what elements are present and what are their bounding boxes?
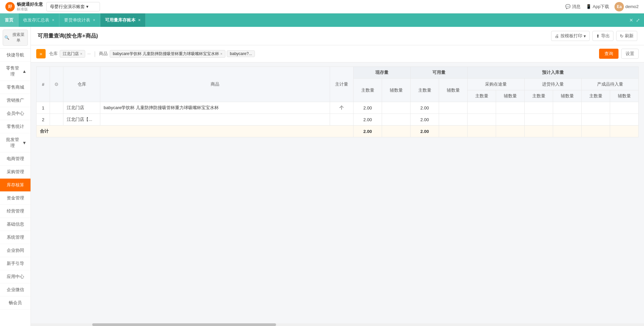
user-profile[interactable]: Ea demo2 <box>614 2 639 11</box>
sidebar-item-quick-nav[interactable]: 快捷导航 <box>0 49 31 62</box>
filter-divider: | <box>94 50 96 57</box>
main-layout: 🔍 搜索菜单 快捷导航 零售管理 ▲ 零售商城 营销推广 会员中心 零售统计 批… <box>0 27 644 326</box>
col-available-group: 可用量 <box>411 67 468 79</box>
tab-close-receive-summary[interactable]: × <box>52 18 54 22</box>
cell-avail-aux-1 <box>439 102 468 114</box>
sidebar-item-app-center[interactable]: 应用中心 <box>0 270 31 283</box>
sidebar-item-vip-member[interactable]: 畅会员 <box>0 296 31 310</box>
sidebar-item-enterprise-wechat[interactable]: 企业微信 <box>0 283 31 296</box>
tab-order-stats[interactable]: 要货单统计表 × <box>59 13 100 27</box>
product-label: 商品 <box>99 51 108 57</box>
message-icon: 💬 <box>565 4 571 9</box>
sidebar-item-marketing[interactable]: 营销推广 <box>0 94 31 107</box>
col-rownum: # <box>37 67 50 102</box>
col-incoming-main: 主数量 <box>525 90 553 102</box>
cell-incoming-main-2 <box>525 114 553 126</box>
chevron-down-icon: ▼ <box>22 140 26 145</box>
cell-stock-main-1: 2.00 <box>354 102 382 114</box>
window-controls: ✕ ⤢ <box>625 17 644 23</box>
warehouse-tag-0[interactable]: 江北门店 × <box>60 50 85 58</box>
refresh-button[interactable]: ↻ 刷新 <box>616 31 637 41</box>
logo-icon: 好 <box>5 2 15 11</box>
filter-actions: 查询 设置 <box>599 49 639 59</box>
cell-settings-1 <box>50 102 63 114</box>
footer-label: 合计 <box>37 126 354 137</box>
table-wrapper: # ⚙ 仓库 商品 主计量 现存量 可用量 预计入库量 主数量 辅数量 <box>31 62 644 323</box>
footer-purchase-aux <box>496 126 525 137</box>
industry-selector[interactable]: 母婴行业演示账套 ▾ <box>46 2 100 11</box>
settings-icon: ⚙ <box>54 82 59 87</box>
sidebar-item-member-center[interactable]: 会员中心 <box>0 107 31 120</box>
cell-unit-1: 个 <box>330 102 354 114</box>
product-tags: babycare学饮杯 儿童防摔防撞吸管杯重力球吸嘴杯宝宝水杯 × babyca… <box>110 50 255 58</box>
table-row: 1 江北门店 babycare学饮杯 儿童防摔防撞吸管杯重力球吸嘴杯宝宝水杯 个… <box>37 102 639 114</box>
top-bar-left: 好 畅捷通好生意 标准版 母婴行业演示账套 ▾ <box>5 2 100 11</box>
col-stock-group: 现存量 <box>354 67 411 79</box>
tab-receive-summary[interactable]: 收发存汇总表 × <box>18 13 59 27</box>
sidebar-item-new-guide[interactable]: 新手引导 <box>0 257 31 270</box>
col-stock-aux: 辅数量 <box>382 79 411 102</box>
sidebar-item-retail-mall[interactable]: 零售商城 <box>0 81 31 94</box>
message-button[interactable]: 💬 消息 <box>565 4 581 10</box>
sidebar: 🔍 搜索菜单 快捷导航 零售管理 ▲ 零售商城 营销推广 会员中心 零售统计 批… <box>0 27 31 326</box>
refresh-icon: ↻ <box>620 34 624 39</box>
product-tag-0[interactable]: babycare学饮杯 儿童防摔防撞吸管杯重力球吸嘴杯宝宝水杯 × <box>110 50 225 58</box>
search-menu-button[interactable]: 🔍 搜索菜单 <box>3 30 28 46</box>
expand-filter-button[interactable]: » <box>36 49 46 58</box>
sidebar-item-finance-mgmt[interactable]: 资金管理 <box>0 192 31 205</box>
tab-bar: 首页 收发存汇总表 × 要货单统计表 × 可用量库存账本 × ✕ ⤢ <box>0 13 644 27</box>
sidebar-item-ecommerce[interactable]: 电商管理 <box>0 152 31 166</box>
app-download-button[interactable]: 📱 App下载 <box>586 4 609 10</box>
product-tag-1[interactable]: babycare?... <box>227 50 255 57</box>
print-arrow-icon: ▾ <box>584 34 586 39</box>
data-table: # ⚙ 仓库 商品 主计量 现存量 可用量 预计入库量 主数量 辅数量 <box>36 66 639 137</box>
remove-product-tag-0[interactable]: × <box>220 52 222 56</box>
toolbar: 🖨 按模板打印 ▾ ⬆ 导出 ↻ 刷新 <box>551 31 637 41</box>
sidebar-item-operations-mgmt[interactable]: 经营管理 <box>0 205 31 218</box>
sidebar-item-retail-mgmt[interactable]: 零售管理 ▲ <box>0 62 31 81</box>
footer-production-aux <box>610 126 639 137</box>
warehouse-label: 仓库 <box>49 51 58 57</box>
col-purchase-main: 主数量 <box>468 90 496 102</box>
total-row: 合计 2.00 2.00 <box>37 126 639 137</box>
setting-button[interactable]: 设置 <box>621 49 639 59</box>
col-purchase-aux: 辅数量 <box>496 90 525 102</box>
sidebar-item-system-mgmt[interactable]: 系统管理 <box>0 231 31 244</box>
sidebar-item-enterprise-collab[interactable]: 企业协同 <box>0 244 31 257</box>
cell-avail-aux-2 <box>439 114 468 126</box>
col-settings[interactable]: ⚙ <box>50 67 63 102</box>
maximize-window-button[interactable]: ⤢ <box>636 17 640 23</box>
sidebar-item-basic-info[interactable]: 基础信息 <box>0 218 31 231</box>
cell-purchase-aux-2 <box>496 114 525 126</box>
horizontal-scrollbar[interactable] <box>31 323 644 326</box>
tab-available-stock[interactable]: 可用量库存账本 × <box>100 13 146 27</box>
filter-area: » 仓库 江北门店 × ··· | 商品 babycare学饮杯 儿童防摔防撞吸… <box>31 45 644 62</box>
sidebar-item-purchase-mgmt[interactable]: 采购管理 <box>0 166 31 179</box>
query-button[interactable]: 查询 <box>599 49 619 59</box>
warehouse-more[interactable]: ··· <box>87 51 91 56</box>
close-window-button[interactable]: ✕ <box>629 17 633 23</box>
tab-home[interactable]: 首页 <box>0 13 18 27</box>
tab-close-available-stock[interactable]: × <box>138 18 141 22</box>
sidebar-item-inventory-check[interactable]: 库存核算 <box>0 179 31 192</box>
cell-stock-aux-1 <box>382 102 411 114</box>
cell-incoming-main-1 <box>525 102 553 114</box>
remove-warehouse-tag[interactable]: × <box>80 52 82 56</box>
col-avail-main: 主数量 <box>411 79 439 102</box>
col-production-incoming: 产成品待入量 <box>582 79 639 90</box>
sidebar-item-retail-stats[interactable]: 零售统计 <box>0 120 31 133</box>
export-icon: ⬆ <box>596 34 600 39</box>
cell-unit-2 <box>330 114 354 126</box>
export-button[interactable]: ⬆ 导出 <box>592 31 613 41</box>
print-button[interactable]: 🖨 按模板打印 ▾ <box>551 31 590 41</box>
cell-production-main-2 <box>582 114 610 126</box>
avatar: Ea <box>614 2 624 11</box>
scroll-thumb[interactable] <box>92 323 276 326</box>
footer-stock-main: 2.00 <box>354 126 382 137</box>
warehouse-tags: 江北门店 × <box>60 50 85 58</box>
cell-avail-main-1: 2.00 <box>411 102 439 114</box>
sidebar-item-wholesale-mgmt[interactable]: 批发管理 ▼ <box>0 133 31 152</box>
cell-stock-aux-2 <box>382 114 411 126</box>
cell-incoming-aux-1 <box>553 102 582 114</box>
tab-close-order-stats[interactable]: × <box>93 18 95 22</box>
